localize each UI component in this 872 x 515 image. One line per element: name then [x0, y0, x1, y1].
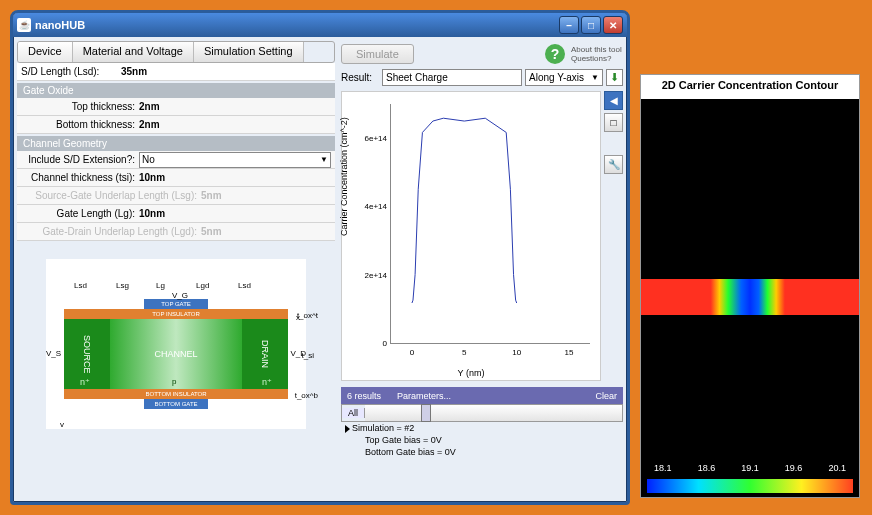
- ytick: 2e+14: [349, 270, 387, 279]
- include-ext-label: Include S/D Extension?:: [21, 154, 139, 165]
- zoom-box-button[interactable]: □: [604, 113, 623, 132]
- help-text[interactable]: About this tool Questions?: [571, 45, 623, 63]
- colorbar-tick-3: 19.6: [785, 463, 803, 473]
- ytick: 4e+14: [349, 202, 387, 211]
- source-gate-underlap-value: 5nm: [201, 190, 331, 201]
- diagram-top-insulator: TOP INSULATOR: [64, 309, 288, 319]
- diagram-label-vs: V_S: [46, 349, 61, 358]
- strip-all-button[interactable]: All: [342, 408, 365, 418]
- chevron-down-icon: ▼: [320, 155, 328, 164]
- diagram-label-vg: V_G: [172, 291, 188, 300]
- download-button[interactable]: ⬇: [606, 69, 623, 86]
- carrier-chart: Carrier Concentration (cm^-2) Y (nm) 02e…: [341, 91, 601, 381]
- xtick: 5: [462, 348, 466, 357]
- gate-length-row: Gate Length (Lg): 10nm: [17, 205, 335, 223]
- app-icon: ☕: [17, 18, 31, 32]
- xtick: 0: [410, 348, 414, 357]
- minimize-button[interactable]: –: [559, 16, 579, 34]
- diagram-label-n1: n⁺: [80, 377, 90, 387]
- right-pane: Simulate ? About this tool Questions? Re…: [341, 41, 623, 498]
- include-ext-row: Include S/D Extension?: No ▼: [17, 151, 335, 169]
- sd-length-label: S/D Length (Lsd):: [21, 66, 121, 77]
- simulate-button[interactable]: Simulate: [341, 44, 414, 64]
- include-ext-value: No: [142, 154, 155, 165]
- bottom-thickness-label: Bottom thickness:: [21, 119, 139, 130]
- contour-title: 2D Carrier Concentration Contour: [641, 75, 859, 95]
- colorbar-tick-0: 18.1: [654, 463, 672, 473]
- play-icon[interactable]: [345, 425, 350, 433]
- plot-area[interactable]: 02e+144e+146e+14051015: [390, 104, 590, 344]
- top-thickness-label: Top thickness:: [21, 101, 139, 112]
- maximize-button[interactable]: □: [581, 16, 601, 34]
- chart-xlabel: Y (nm): [458, 368, 485, 378]
- sd-length-value[interactable]: 35nm: [121, 66, 331, 77]
- diagram-label-lgd: Lgd: [196, 281, 209, 290]
- about-link[interactable]: About this tool: [571, 45, 622, 54]
- strip-track[interactable]: [365, 405, 622, 421]
- gate-length-label: Gate Length (Lg):: [21, 208, 139, 219]
- channel-geometry-header: Channel Geometry: [17, 136, 335, 151]
- top-thickness-value[interactable]: 2nm: [139, 101, 331, 112]
- diagram-label-p: p: [172, 377, 176, 386]
- diagram-bottom-insulator: BOTTOM INSULATOR: [64, 389, 288, 399]
- gate-length-value[interactable]: 10nm: [139, 208, 331, 219]
- nanohub-window: ☕ nanoHUB – □ ✕ Device Material and Volt…: [10, 10, 630, 505]
- chart-tools: ◀ □ 🔧: [601, 91, 623, 381]
- close-button[interactable]: ✕: [603, 16, 623, 34]
- clear-link[interactable]: Clear: [595, 391, 617, 401]
- contour-heat-strip: [641, 279, 859, 315]
- simulation-strip: All: [341, 404, 623, 422]
- channel-thickness-label: Channel thickness (tsi):: [21, 172, 139, 183]
- left-pane: Device Material and Voltage Simulation S…: [17, 41, 335, 498]
- axis-value: Along Y-axis: [529, 72, 584, 83]
- tab-material-voltage[interactable]: Material and Voltage: [73, 42, 194, 62]
- tab-device[interactable]: Device: [18, 42, 73, 62]
- gate-drain-underlap-row: Gate-Drain Underlap Length (Lgd): 5nm: [17, 223, 335, 241]
- contour-canvas: [641, 99, 859, 459]
- titlebar: ☕ nanoHUB – □ ✕: [13, 13, 627, 37]
- contour-panel: 2D Carrier Concentration Contour 18.1 18…: [640, 74, 860, 498]
- simulation-number: Simulation = #2: [352, 423, 414, 433]
- diagram-label-n2: n⁺: [262, 377, 272, 387]
- gate-drain-underlap-label: Gate-Drain Underlap Length (Lgd):: [21, 226, 201, 237]
- diagram-label-lsd: Lsd: [74, 281, 87, 290]
- help-icon[interactable]: ?: [545, 44, 565, 64]
- result-combo[interactable]: Sheet Charge: [382, 69, 522, 86]
- reset-view-button[interactable]: ◀: [604, 91, 623, 110]
- diagram-label-tsi: t_si: [302, 351, 314, 360]
- bottom-thickness-value[interactable]: 2nm: [139, 119, 331, 130]
- parameters-link[interactable]: Parameters...: [397, 391, 451, 401]
- results-count: 6 results: [347, 391, 381, 401]
- diagram-label-lsg: Lsg: [116, 281, 129, 290]
- source-gate-underlap-row: Source-Gate Underlap Length (Lsg): 5nm: [17, 187, 335, 205]
- settings-button[interactable]: 🔧: [604, 155, 623, 174]
- device-diagram: TOP GATE TOP INSULATOR SOURCE CHANNEL DR…: [46, 259, 306, 429]
- diagram-label-lg: Lg: [156, 281, 165, 290]
- strip-marker[interactable]: [421, 404, 431, 422]
- colorbar: 18.1 18.6 19.1 19.6 20.1: [641, 459, 859, 497]
- sd-length-row: S/D Length (Lsd): 35nm: [17, 63, 335, 81]
- channel-thickness-value[interactable]: 10nm: [139, 172, 331, 183]
- bottom-gate-bias: Bottom Gate bias = 0V: [341, 446, 623, 458]
- axis-combo[interactable]: Along Y-axis ▼: [525, 69, 603, 86]
- diagram-bottom-gate: BOTTOM GATE: [144, 399, 208, 409]
- colorbar-tick-1: 18.6: [698, 463, 716, 473]
- results-footer: 6 results Parameters... Clear: [341, 387, 623, 404]
- top-thickness-row: Top thickness: 2nm: [17, 98, 335, 116]
- source-gate-underlap-label: Source-Gate Underlap Length (Lsg):: [21, 190, 201, 201]
- chart-ylabel: Carrier Concentration (cm^-2): [339, 117, 349, 236]
- chevron-down-icon: ▼: [591, 73, 599, 82]
- ytick: 0: [349, 339, 387, 348]
- gate-oxide-header: Gate Oxide: [17, 83, 335, 98]
- tab-simulation-setting[interactable]: Simulation Setting: [194, 42, 304, 62]
- diagram-label-tox-b: t_ox^b: [295, 391, 318, 400]
- diagram-label-tox-t: t_ox^t: [297, 311, 318, 320]
- ytick: 6e+14: [349, 134, 387, 143]
- include-ext-combo[interactable]: No ▼: [139, 152, 331, 168]
- colorbar-gradient: [647, 479, 853, 493]
- gate-drain-underlap-value: 5nm: [201, 226, 331, 237]
- questions-link[interactable]: Questions?: [571, 54, 611, 63]
- tabs: Device Material and Voltage Simulation S…: [17, 41, 335, 63]
- xtick: 10: [512, 348, 521, 357]
- colorbar-tick-4: 20.1: [828, 463, 846, 473]
